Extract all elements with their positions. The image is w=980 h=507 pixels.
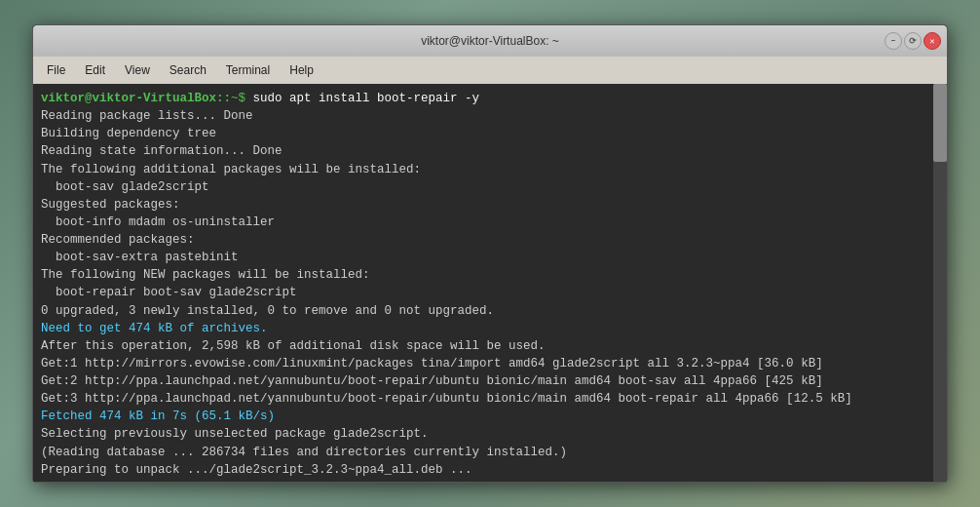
terminal-line: Selecting previously unselected package …: [41, 425, 939, 443]
terminal-content[interactable]: viktor@viktor-VirtualBox::~$ sudo apt in…: [33, 84, 947, 482]
menu-item-help[interactable]: Help: [282, 60, 321, 80]
terminal-line: Get:1 http://mirrors.evowise.com/linuxmi…: [41, 355, 939, 372]
terminal-line: (Reading database ... 286734 files and d…: [41, 444, 939, 461]
terminal-line: boot-sav glade2script: [41, 178, 939, 196]
restore-button[interactable]: ⟳: [904, 32, 922, 50]
window-title: viktor@viktor-VirtualBox: ~: [33, 34, 947, 48]
menu-item-terminal[interactable]: Terminal: [218, 60, 278, 80]
terminal-line: Unpacking glade2script (3.2.3~ppa4) ...: [41, 479, 939, 482]
terminal-line: boot-repair boot-sav glade2script: [41, 284, 939, 301]
menu-item-edit[interactable]: Edit: [77, 60, 113, 80]
menu-bar: FileEditViewSearchTerminalHelp: [33, 57, 947, 84]
terminal-line: 0 upgraded, 3 newly installed, 0 to remo…: [41, 302, 939, 320]
terminal-line: Get:2 http://ppa.launchpad.net/yannubunt…: [41, 372, 939, 390]
terminal-line: The following additional packages will b…: [41, 161, 939, 178]
terminal-line: The following NEW packages will be insta…: [41, 266, 939, 284]
terminal-line: Preparing to unpack .../glade2script_3.2…: [41, 461, 939, 479]
scrollbar-thumb[interactable]: [933, 84, 947, 162]
menu-item-view[interactable]: View: [117, 60, 158, 80]
terminal-line: Recommended packages:: [41, 231, 939, 249]
terminal-line: Reading state information... Done: [41, 142, 939, 160]
terminal-line: boot-sav-extra pastebinit: [41, 249, 939, 266]
terminal-line: Building dependency tree: [41, 125, 939, 142]
terminal-line: Fetched 474 kB in 7s (65.1 kB/s): [41, 408, 939, 425]
title-bar: viktor@viktor-VirtualBox: ~ – ⟳ ✕: [33, 25, 947, 57]
terminal-line: After this operation, 2,598 kB of additi…: [41, 337, 939, 355]
terminal-line: Reading package lists... Done: [41, 107, 939, 125]
scrollbar[interactable]: [933, 84, 947, 482]
terminal-line: Need to get 474 kB of archives.: [41, 320, 939, 337]
terminal-line: Suggested packages:: [41, 196, 939, 214]
close-button[interactable]: ✕: [923, 32, 941, 50]
desktop: viktor@viktor-VirtualBox: ~ – ⟳ ✕ FileEd…: [0, 0, 980, 507]
menu-item-search[interactable]: Search: [162, 60, 214, 80]
minimize-button[interactable]: –: [885, 32, 902, 50]
window-controls: – ⟳ ✕: [885, 32, 941, 50]
terminal-line: viktor@viktor-VirtualBox::~$ sudo apt in…: [41, 90, 939, 107]
terminal-line: boot-info mdadm os-uninstaller: [41, 214, 939, 231]
terminal-line: Get:3 http://ppa.launchpad.net/yannubunt…: [41, 390, 939, 408]
menu-item-file[interactable]: File: [39, 60, 73, 80]
terminal-window: viktor@viktor-VirtualBox: ~ – ⟳ ✕ FileEd…: [32, 24, 948, 483]
